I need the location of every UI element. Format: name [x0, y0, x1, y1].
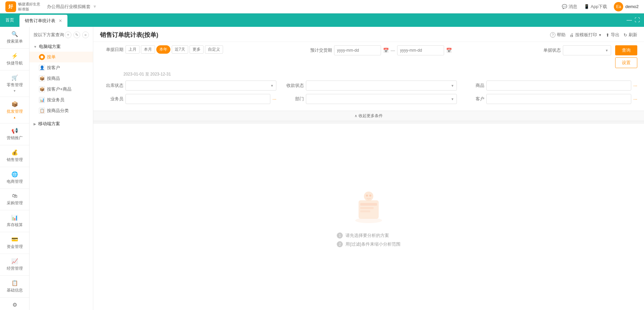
- sidebar-item-operation[interactable]: 📈 经营管理: [0, 254, 29, 276]
- sidebar-item-purchase[interactable]: 🛍 采购管理: [0, 189, 29, 210]
- empty-state: 1 请先选择要分析的方案 2 用[过滤]条件来缩小分析范围: [93, 124, 644, 310]
- sidebar-item-marketing[interactable]: 📢 营销推广: [0, 123, 29, 145]
- svg-point-5: [364, 192, 373, 201]
- tree-group-desktop-header[interactable]: ▼ 电脑端方案: [30, 42, 93, 52]
- date-dash: —: [391, 48, 395, 53]
- customer-more-icon[interactable]: ···: [633, 96, 637, 102]
- svg-rect-3: [360, 207, 374, 209]
- tree-group-mobile: ▶ 移动端方案: [30, 117, 93, 130]
- content-area: 按以下方案查询 + ✎ « ▼ 电脑端方案: [30, 27, 644, 310]
- tree-group-desktop-arrow: ▼: [34, 45, 37, 49]
- wholesale-arrow-icon: ▲: [13, 116, 16, 119]
- date-btn-this-year[interactable]: 本年: [156, 45, 170, 54]
- top-bar-right: 💬 消息 📱 App下载 Ea demo2: [562, 2, 639, 11]
- svg-point-7: [369, 195, 371, 197]
- sidebar-item-inventory[interactable]: 📊 库存核算: [0, 210, 29, 232]
- by-order-icon: [39, 54, 45, 60]
- tab-bar: 首页 销售订单统计表 ✕ — ⛶: [0, 13, 644, 27]
- dept-filter-group: 部门 ▼: [280, 94, 457, 104]
- template-print-action[interactable]: 🖨 按模板打印 ▼: [570, 32, 602, 38]
- panel-header: 按以下方案查询 + ✎ «: [30, 30, 93, 40]
- tree-item-by-salesperson[interactable]: 📊 按业务员: [30, 95, 93, 105]
- operation-icon: 📈: [11, 258, 18, 264]
- tree-item-by-customer-product[interactable]: 📦 按客户+商品: [30, 84, 93, 95]
- inventory-icon: 📊: [11, 214, 18, 221]
- delivery-status-label: 出库状态: [100, 83, 123, 89]
- top-bar-left: 好 畅捷通好生意 标准版 办公用品行业模拟账套 ▼: [5, 1, 97, 12]
- tab-minimize-icon[interactable]: —: [627, 17, 632, 23]
- empty-hint-1: 1 请先选择要分析的方案: [337, 232, 400, 239]
- salesperson-input[interactable]: [125, 94, 270, 104]
- date-btn-this-month[interactable]: 本月: [141, 45, 155, 54]
- sidebar-item-finance[interactable]: 💳 资金管理: [0, 232, 29, 254]
- customer-input[interactable]: [486, 94, 631, 104]
- delivery-status-select[interactable]: [125, 81, 276, 91]
- message-icon: 💬: [562, 4, 567, 9]
- tree-group-mobile-header[interactable]: ▶ 移动端方案: [30, 119, 93, 129]
- query-button[interactable]: 查询: [615, 45, 637, 55]
- export-action[interactable]: ⬆ 导出: [606, 32, 620, 38]
- salesperson-label: 业务员: [100, 96, 123, 102]
- dept-select[interactable]: [306, 94, 457, 104]
- dept-label: 部门: [280, 96, 304, 102]
- collapse-bar[interactable]: ∧ 收起更多条件: [93, 111, 644, 121]
- help-icon: ?: [550, 32, 555, 38]
- action-buttons-group: 查询 设置: [615, 45, 637, 68]
- status-select[interactable]: [563, 45, 611, 55]
- sidebar-item-system[interactable]: ⚙ 系统管理: [0, 298, 29, 310]
- date-end-icon[interactable]: 📅: [446, 48, 452, 53]
- sidebar-item-quick-nav[interactable]: ⚡ 快捷导航: [0, 49, 29, 70]
- tab-close-icon[interactable]: ✕: [59, 18, 62, 23]
- dept-select-wrapper: ▼: [306, 94, 457, 104]
- date-btn-last-7[interactable]: 近7天: [172, 45, 188, 54]
- right-content: 销售订单统计表(按单) ? 帮助 🖨 按模板打印 ▼ ⬆: [93, 27, 644, 310]
- delivery-status-group: 出库状态 ▼: [100, 81, 276, 91]
- message-action[interactable]: 💬 消息: [562, 4, 577, 10]
- collapse-arrow-icon: ∧: [355, 114, 357, 118]
- tree-item-by-product[interactable]: 📦 按商品: [30, 73, 93, 84]
- payment-status-select[interactable]: [306, 81, 457, 91]
- sidebar-item-retail[interactable]: 🛒 零售管理 ▼: [0, 70, 29, 97]
- date-label: 单据日期: [100, 47, 123, 53]
- tree-item-by-category[interactable]: 📋 按商品分类: [30, 105, 93, 116]
- date-start-icon[interactable]: 📅: [383, 48, 389, 53]
- user-area[interactable]: Ea demo2: [614, 2, 639, 11]
- product-input[interactable]: [486, 81, 631, 91]
- breadcrumb-arrow-icon[interactable]: ▼: [93, 4, 97, 9]
- panel-add-btn[interactable]: +: [65, 32, 71, 38]
- date-range-text: 2023-01-01 至 2023-12-31: [123, 71, 171, 77]
- date-start-input[interactable]: [334, 45, 381, 55]
- top-bar: 好 畅捷通好生意 标准版 办公用品行业模拟账套 ▼ 💬 消息 📱 App下载 E…: [0, 0, 644, 13]
- date-input-start-group: 📅: [334, 45, 389, 55]
- sidebar-item-search-menu[interactable]: 🔍 搜索菜单: [0, 27, 29, 49]
- sidebar-item-ecommerce[interactable]: 🌐 电商管理: [0, 167, 29, 189]
- tree-group-desktop: ▼ 电脑端方案 按单 👤 按客户 📦: [30, 40, 93, 117]
- date-btn-custom[interactable]: 自定义: [205, 45, 223, 54]
- date-end-input[interactable]: [397, 45, 444, 55]
- product-more-icon[interactable]: ···: [633, 83, 637, 88]
- filter-row-1: 单据日期 上月 本月 本年 近7天 更多 自定义: [100, 45, 637, 68]
- tab-bar-actions: — ⛶: [627, 17, 644, 23]
- panel-header-actions: + ✎ «: [65, 32, 89, 38]
- settings-button[interactable]: 设置: [615, 57, 637, 68]
- salesperson-more-icon[interactable]: ···: [272, 96, 276, 102]
- panel-collapse-btn[interactable]: «: [82, 32, 89, 38]
- tree-item-by-customer[interactable]: 👤 按客户: [30, 62, 93, 73]
- avatar: Ea: [614, 2, 623, 11]
- tab-maximize-icon[interactable]: ⛶: [635, 17, 640, 23]
- panel-edit-btn[interactable]: ✎: [73, 32, 80, 38]
- tree-item-by-order[interactable]: 按单: [30, 52, 93, 62]
- hint-num-2: 2: [337, 241, 343, 247]
- date-btn-last-month[interactable]: 上月: [125, 45, 140, 54]
- help-action[interactable]: ? 帮助: [550, 32, 566, 38]
- svg-rect-2: [360, 203, 377, 206]
- refresh-action[interactable]: ↻ 刷新: [624, 32, 637, 38]
- tab-sales-stat[interactable]: 销售订单统计表 ✕: [19, 15, 67, 27]
- sidebar-item-basic[interactable]: 📋 基础信息: [0, 276, 29, 298]
- sidebar-item-sales[interactable]: 💰 销售管理: [0, 145, 29, 167]
- date-btn-more[interactable]: 更多: [190, 45, 204, 54]
- tab-home[interactable]: 首页: [0, 13, 19, 27]
- basic-icon: 📋: [11, 280, 18, 286]
- app-download-action[interactable]: 📱 App下载: [584, 4, 607, 10]
- sidebar-item-wholesale[interactable]: 📦 批发管理 ▲: [0, 97, 29, 123]
